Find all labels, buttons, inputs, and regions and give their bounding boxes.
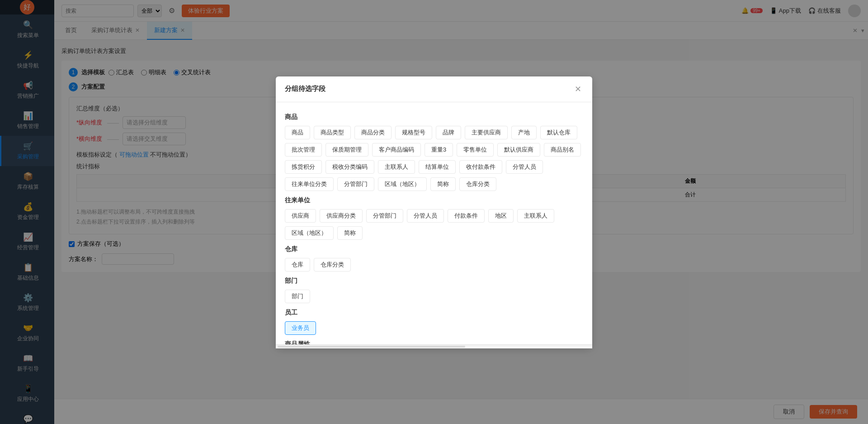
field-tag-brand[interactable]: 品牌 xyxy=(436,126,461,139)
field-grid-product: 商品商品类型商品分类规格型号品牌主要供应商产地默认仓库批次管理保质期管理客户商品… xyxy=(285,126,583,191)
field-tag-quality-management[interactable]: 保质期管理 xyxy=(326,143,368,157)
field-tag-personnel[interactable]: 分管人员 xyxy=(407,209,444,223)
section-title-partner: 往来单位 xyxy=(285,196,583,205)
field-grid-warehouse: 仓库仓库分类 xyxy=(285,258,583,272)
field-tag-default-supplier[interactable]: 默认供应商 xyxy=(497,143,540,157)
field-tag-batch-management[interactable]: 批次管理 xyxy=(285,143,322,157)
field-tag-salesperson[interactable]: 业务员 xyxy=(285,321,316,335)
field-tag-short-name[interactable]: 简称 xyxy=(430,177,456,191)
field-tag-wh-category[interactable]: 仓库分类 xyxy=(314,258,351,272)
field-grid-department: 部门 xyxy=(285,290,583,303)
field-tag-goods-type[interactable]: 商品类型 xyxy=(314,126,351,139)
field-tag-supplier-category[interactable]: 供应商分类 xyxy=(320,209,363,223)
section-title-product: 商品 xyxy=(285,113,583,121)
field-tag-short-name2[interactable]: 简称 xyxy=(337,226,363,240)
field-tag-supplier[interactable]: 供应商 xyxy=(285,209,316,223)
field-tag-dept2[interactable]: 部门 xyxy=(285,290,310,303)
field-tag-area2[interactable]: 区域（地区） xyxy=(285,226,334,240)
field-grid-employee: 业务员 xyxy=(285,321,583,335)
field-tag-settlement-unit[interactable]: 结算单位 xyxy=(419,160,456,174)
field-tag-default-warehouse[interactable]: 默认仓库 xyxy=(540,126,577,139)
field-tag-payment-condition[interactable]: 付款条件 xyxy=(448,209,485,223)
modal-close-icon[interactable]: ✕ xyxy=(572,84,583,95)
field-tag-area-region[interactable]: 区域（地区） xyxy=(378,177,427,191)
field-grid-partner: 供应商供应商分类分管部门分管人员付款条件地区主联系人区域（地区）简称 xyxy=(285,209,583,240)
field-tag-wh[interactable]: 仓库 xyxy=(285,258,310,272)
field-tag-payment-terms[interactable]: 收付款条件 xyxy=(459,160,502,174)
section-title-product-attr: 商品属性 xyxy=(285,340,583,344)
field-tag-origin[interactable]: 产地 xyxy=(511,126,537,139)
field-tag-main-contact[interactable]: 主联系人 xyxy=(378,160,415,174)
field-tag-spec-type[interactable]: 规格型号 xyxy=(395,126,432,139)
field-tag-dept[interactable]: 分管部门 xyxy=(366,209,403,223)
field-tag-contact[interactable]: 主联系人 xyxy=(517,209,554,223)
section-title-department: 部门 xyxy=(285,277,583,285)
modal-overlay[interactable]: 分组待选字段 ✕ 商品商品商品类型商品分类规格型号品牌主要供应商产地默认仓库批次… xyxy=(0,0,868,424)
field-tag-goods-category[interactable]: 商品分类 xyxy=(354,126,392,139)
modal-body: 商品商品商品类型商品分类规格型号品牌主要供应商产地默认仓库批次管理保质期管理客户… xyxy=(276,102,592,344)
field-tag-warehouse-category[interactable]: 仓库分类 xyxy=(459,177,496,191)
field-tag-dept-management[interactable]: 分管部门 xyxy=(337,177,374,191)
modal-footer-scrollbar-area xyxy=(276,344,592,348)
field-tag-pickup-points[interactable]: 拣货积分 xyxy=(285,160,322,174)
field-tag-source-unit-category[interactable]: 往来单位分类 xyxy=(285,177,334,191)
field-tag-retail-unit[interactable]: 零售单位 xyxy=(457,143,494,157)
modal-header: 分组待选字段 ✕ xyxy=(276,76,592,102)
field-tag-goods[interactable]: 商品 xyxy=(285,126,310,139)
field-tag-customer-code[interactable]: 客户商品编码 xyxy=(372,143,421,157)
field-tag-main-supplier[interactable]: 主要供应商 xyxy=(465,126,508,139)
section-title-employee: 员工 xyxy=(285,309,583,317)
field-tag-goods-alias[interactable]: 商品别名 xyxy=(544,143,581,157)
field-tag-weight3[interactable]: 重量3 xyxy=(425,143,453,157)
modal-title: 分组待选字段 xyxy=(285,85,326,93)
modal: 分组待选字段 ✕ 商品商品商品类型商品分类规格型号品牌主要供应商产地默认仓库批次… xyxy=(276,76,592,348)
field-tag-manager[interactable]: 分管人员 xyxy=(506,160,543,174)
field-tag-region[interactable]: 地区 xyxy=(488,209,514,223)
field-tag-tax-code[interactable]: 税收分类编码 xyxy=(326,160,374,174)
section-title-warehouse: 仓库 xyxy=(285,245,583,253)
